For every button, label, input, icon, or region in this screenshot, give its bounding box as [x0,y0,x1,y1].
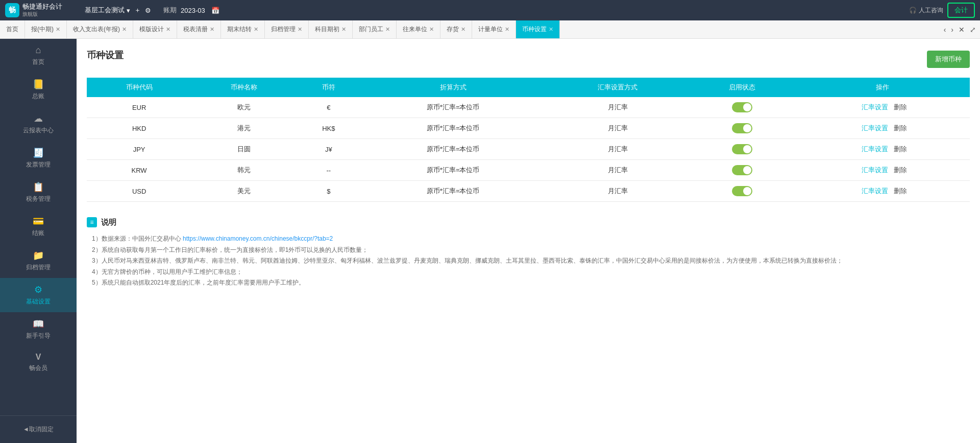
delete-link-0[interactable]: 删除 [894,103,907,111]
tab-dept-staff[interactable]: 部门员工 ✕ [353,20,397,39]
cell-status-3[interactable] [690,160,795,181]
sidebar-item-invoice[interactable]: 🧾 发票管理 [0,141,77,175]
rate-settings-link-2[interactable]: 汇率设置 [862,145,888,153]
org-settings-icon[interactable]: ⚙ [145,7,151,14]
notes-icon: ≡ [87,217,97,227]
note-item-1: 1）数据来源：中国外汇交易中心 https://www.chinamoney.c… [92,234,970,245]
close-currency-icon[interactable]: ✕ [549,26,553,33]
calendar-icon[interactable]: 📅 [211,7,219,14]
tab-contacts-label: 往来单位 [403,25,427,34]
tab-period-transfer[interactable]: 期末结转 ✕ [221,20,265,39]
cell-status-0[interactable] [690,97,795,118]
close-template-icon[interactable]: ✕ [166,26,170,33]
sidebar-item-tax[interactable]: 📋 税务管理 [0,175,77,209]
tab-tax-clear[interactable]: 税表清册 ✕ [177,20,221,39]
cell-name-3: 韩元 [191,160,296,181]
close-archive-icon[interactable]: ✕ [298,26,302,33]
new-currency-button[interactable]: 新增币种 [927,51,970,68]
sidebar-invoice-label: 发票管理 [26,160,51,169]
cell-rate-type-2: 月汇率 [545,139,690,160]
period-value: 2023-03 [181,7,205,14]
toggle-switch-3[interactable] [732,165,752,175]
cell-status-4[interactable] [690,181,795,202]
toggle-switch-1[interactable] [732,123,752,133]
rate-settings-link-1[interactable]: 汇率设置 [862,124,888,132]
delete-link-1[interactable]: 删除 [894,124,907,132]
org-name: 基层工会测试 [85,6,125,15]
org-selector[interactable]: 基层工会测试 ▾ ＋ ⚙ [81,4,155,17]
toggle-switch-2[interactable] [732,144,752,154]
notes-section: ≡ 说明 1）数据来源：中国外汇交易中心 https://www.chinamo… [87,217,970,289]
cell-rate-type-0: 月汇率 [545,97,690,118]
sidebar-bottom: ◄取消固定 [0,415,77,443]
tab-currency[interactable]: 币种设置 ✕ [516,20,560,39]
toggle-switch-4[interactable] [732,186,752,196]
delete-link-3[interactable]: 删除 [894,166,907,174]
cell-symbol-2: J¥ [296,139,361,160]
add-org-icon[interactable]: ＋ [134,6,141,15]
rate-settings-link-4[interactable]: 汇率设置 [862,187,888,195]
sidebar-item-guide[interactable]: 📖 新手引导 [0,312,77,346]
close-inventory-icon[interactable]: ✕ [461,26,465,33]
close-contacts-icon[interactable]: ✕ [429,26,434,33]
tab-contacts[interactable]: 往来单位 ✕ [397,20,440,39]
notes-title: 说明 [101,218,116,227]
sidebar-item-home[interactable]: ⌂ 首页 [0,39,77,73]
sidebar-reports-label: 云报表中心 [23,126,54,135]
close-unit-icon[interactable]: ✕ [505,26,509,33]
cell-rate-type-4: 月汇率 [545,181,690,202]
unpin-button[interactable]: ◄取消固定 [0,421,77,438]
tab-subject-init[interactable]: 科目期初 ✕ [309,20,353,39]
chinamoney-link[interactable]: https://www.chinamoney.com.cn/chinese/bk… [183,235,333,242]
cell-status-1[interactable] [690,118,795,139]
tab-expand-button[interactable]: ⤢ [968,24,978,36]
sidebar-item-ledger[interactable]: 📒 总账 [0,73,77,107]
tab-home[interactable]: 首页 [0,20,25,39]
close-period-transfer-icon[interactable]: ✕ [254,26,258,33]
tab-template[interactable]: 模版设计 ✕ [133,20,177,39]
sidebar-item-member[interactable]: V 畅会员 [0,346,77,379]
tab-mid-report[interactable]: 报(中期) ✕ [25,20,67,39]
close-tax-clear-icon[interactable]: ✕ [210,26,214,33]
col-code: 币种代码 [87,78,191,97]
sidebar-ledger-label: 总账 [32,92,44,101]
rate-settings-link-3[interactable]: 汇率设置 [862,166,888,174]
tab-annual-report[interactable]: 收入支出表(年报) ✕ [67,20,133,39]
close-subject-init-icon[interactable]: ✕ [341,26,346,33]
close-annual-report-icon[interactable]: ✕ [122,26,127,33]
sidebar-item-checkout[interactable]: 💳 结账 [0,209,77,244]
tab-prev-button[interactable]: ‹ [942,24,948,36]
tab-currency-label: 币种设置 [522,25,547,34]
delete-link-4[interactable]: 删除 [894,187,907,195]
cell-actions-3: 汇率设置 删除 [795,160,970,181]
close-mid-report-icon[interactable]: ✕ [56,26,60,33]
unpin-label: ◄取消固定 [23,425,54,434]
tab-unit[interactable]: 计量单位 ✕ [472,20,516,39]
note-item-2: 2）系统自动获取每月第一个工作日的汇率标价，统一为直接标价法，即1外币可以兑换的… [92,245,970,256]
rate-settings-link-0[interactable]: 汇率设置 [862,103,888,111]
sidebar-item-reports[interactable]: ☁ 云报表中心 [0,107,77,141]
help-button[interactable]: 🎧 人工咨询 [909,6,943,15]
tab-subject-init-label: 科目期初 [315,25,339,34]
app-logo-icon: 畅 [5,3,19,17]
kuaiji-button[interactable]: 会计 [947,3,975,18]
tab-close-all-button[interactable]: ✕ [957,24,967,36]
main-content: 币种设置 新增币种 币种代码 币种名称 币符 折算方式 汇率设置方式 启用状态 … [77,39,980,443]
tab-unit-label: 计量单位 [478,25,503,34]
tab-inventory[interactable]: 存货 ✕ [440,20,472,39]
sidebar-item-settings[interactable]: ⚙ 基础设置 [0,278,77,312]
tab-next-button[interactable]: › [949,24,955,36]
cell-symbol-0: € [296,97,361,118]
toggle-switch-0[interactable] [732,102,752,112]
col-status: 启用状态 [690,78,795,97]
cell-status-2[interactable] [690,139,795,160]
tab-mid-report-label: 报(中期) [31,25,54,34]
delete-link-2[interactable]: 删除 [894,145,907,153]
close-dept-staff-icon[interactable]: ✕ [385,26,390,33]
tab-archive[interactable]: 归档管理 ✕ [265,20,309,39]
cell-name-2: 日圆 [191,139,296,160]
sidebar-guide-label: 新手引导 [26,332,51,340]
sidebar-item-archive[interactable]: 📁 归档管理 [0,244,77,278]
reports-icon: ☁ [34,113,43,124]
tab-inventory-label: 存货 [447,25,459,34]
